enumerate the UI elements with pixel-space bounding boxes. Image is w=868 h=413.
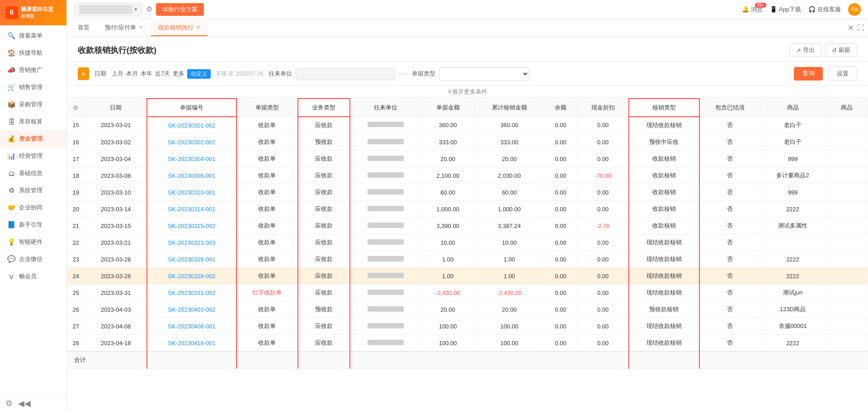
sidebar-label-guide: 新手引导 (19, 221, 42, 229)
online-service-btn[interactable]: 🎧 在线客服 (808, 5, 841, 14)
megaphone-icon: 📣 (7, 66, 15, 74)
more-filters-btn[interactable]: ··· (399, 69, 408, 79)
table-row[interactable]: 28 2023-04-18 SK-20230418-001 收款单 应收款 10… (67, 335, 868, 352)
table-row[interactable]: 21 2023-03-15 SK-20230315-002 收款单 应收款 3,… (67, 218, 868, 234)
query-btn[interactable]: 查询 (794, 67, 823, 81)
table-row[interactable]: 22 2023-03-21 SK-20230321-003 收款单 应收款 10… (67, 234, 868, 251)
sn-link[interactable]: SK-20230302-002 (168, 139, 216, 146)
sidebar-item-wechat[interactable]: 💬 企业微信 (0, 251, 66, 268)
table-row[interactable]: 25 2023-03-31 SK-20230331-002 红字收款单 应收款 … (67, 285, 868, 301)
cell-sn[interactable]: SK-20230403-002 (147, 301, 236, 318)
refresh-btn[interactable]: ↺ 刷新 (825, 43, 857, 57)
user-avatar[interactable]: Rit (848, 3, 861, 16)
setting-btn[interactable]: 设置 (828, 66, 857, 81)
date-opt-this-month[interactable]: 本月 (126, 70, 138, 78)
table-row[interactable]: 18 2023-03-08 SK-20230308-001 收款单 应收款 2,… (67, 167, 868, 184)
tab-advance-payment[interactable]: 预付/应付单 ✕ (98, 20, 150, 36)
partner-input[interactable] (296, 68, 395, 80)
sidebar-item-system[interactable]: ⚙ 系统管理 (0, 182, 66, 199)
export-btn[interactable]: ↗ 导出 (789, 43, 821, 57)
sn-link[interactable]: SK-20230321-003 (168, 239, 216, 246)
sn-link[interactable]: SK-20230310-001 (168, 189, 216, 196)
date-opt-7days[interactable]: 近7天 (155, 70, 170, 78)
sidebar-item-operation[interactable]: 📊 经营管理 (0, 147, 66, 165)
cell-sn[interactable]: SK-20230408-001 (147, 318, 236, 335)
table-row[interactable]: 16 2023-03-02 SK-20230302-002 收款单 预收款 33… (67, 134, 868, 151)
th-receipt-type: 单据类型 (236, 99, 297, 117)
sn-link[interactable]: SK-20230328-001 (168, 256, 216, 263)
sn-link[interactable]: SK-20230331-002 (168, 290, 216, 296)
cell-sn[interactable]: SK-20230301-002 (147, 117, 236, 134)
date-custom-btn[interactable]: 自定义 (187, 69, 211, 79)
sidebar-item-finance[interactable]: 💰 资金管理 (0, 130, 66, 147)
sn-link[interactable]: SK-20230403-002 (168, 306, 216, 313)
cell-sn[interactable]: SK-20230308-001 (147, 167, 236, 184)
expand-more-btn[interactable]: ∨ 展开更多条件 (67, 86, 868, 98)
sidebar-item-sales[interactable]: 🛒 销售管理 (0, 79, 66, 96)
column-settings-icon[interactable]: ⚙ (73, 104, 79, 111)
sn-link[interactable]: SK-20230408-001 (168, 323, 216, 330)
sidebar-item-inventory[interactable]: 🗄 库存核算 (0, 113, 66, 130)
cell-settled: 否 (699, 117, 760, 134)
sn-link[interactable]: SK-20230315-002 (168, 223, 216, 229)
table-row[interactable]: 23 2023-03-28 SK-20230328-001 收款单 应收款 1.… (67, 251, 868, 268)
sn-link[interactable]: SK-20230328-002 (168, 273, 216, 280)
date-opt-this-year[interactable]: 本年 (141, 70, 152, 78)
app-download-btn[interactable]: 📱 App下载 (770, 5, 801, 14)
sidebar-footer: ⚙ ◀◀ (0, 394, 66, 413)
cell-date: 2023-04-08 (85, 318, 147, 335)
table-header-row: ⚙ 日期 单据编号 单据类型 业务类型 往来单位 单据金额 累计核销金额 余额 … (67, 99, 868, 117)
cell-sn[interactable]: SK-20230304-001 (147, 151, 236, 167)
table-row[interactable]: 27 2023-04-08 SK-20230408-001 收款单 应收款 10… (67, 318, 868, 335)
sn-link[interactable]: SK-20230304-001 (168, 156, 216, 162)
cell-sn[interactable]: SK-20230328-001 (147, 251, 236, 268)
tab-receipt-verify[interactable]: 收款核销执行 ✕ (151, 20, 208, 36)
th-gear[interactable]: ⚙ (67, 99, 85, 117)
sn-link[interactable]: SK-20230418-001 (168, 340, 216, 347)
industry-solution-btn[interactable]: 体验行业方案 (156, 3, 204, 16)
cell-sn[interactable]: SK-20230315-002 (147, 218, 236, 234)
sn-link[interactable]: SK-20230301-002 (168, 122, 216, 129)
sidebar-item-corp[interactable]: 🤝 企业协同 (0, 199, 66, 216)
sn-link[interactable]: SK-20230314-001 (168, 206, 216, 213)
date-opt-more[interactable]: 更多 (173, 70, 184, 78)
sn-link[interactable]: SK-20230308-001 (168, 172, 216, 179)
cell-sn[interactable]: SK-20230418-001 (147, 335, 236, 352)
table-row[interactable]: 19 2023-03-10 SK-20230310-001 收款单 应收款 60… (67, 184, 868, 201)
table-row[interactable]: 17 2023-03-04 SK-20230304-001 收款单 应收款 20… (67, 151, 868, 167)
cell-sn[interactable]: SK-20230310-001 (147, 184, 236, 201)
cell-partner (350, 184, 421, 201)
date-opt-last-month[interactable]: 上月 (112, 70, 123, 78)
cell-sn[interactable]: SK-20230302-002 (147, 134, 236, 151)
filter-toggle-btn[interactable]: » (78, 67, 89, 80)
settings-icon[interactable]: ⚙ (5, 399, 13, 408)
sidebar-item-search[interactable]: 🔍 搜索菜单 (0, 27, 66, 44)
tab-advance-close-icon[interactable]: ✕ (139, 24, 143, 30)
notification-btn[interactable]: 🔔 消息 99+ (742, 5, 763, 14)
close-tab-icon[interactable]: ✕ (848, 24, 854, 32)
tab-home[interactable]: 首页 (71, 20, 97, 36)
sidebar-item-marketing[interactable]: 📣 营销推广 (0, 62, 66, 79)
cell-sn[interactable]: SK-20230314-001 (147, 201, 236, 218)
sidebar-item-purchase[interactable]: 📦 采购管理 (0, 96, 66, 113)
sidebar-item-guide[interactable]: 📘 新手引导 (0, 216, 66, 233)
cell-sn[interactable]: SK-20230328-002 (147, 268, 236, 285)
sidebar-item-hardware[interactable]: 💡 智能硬件 (0, 233, 66, 251)
table-row[interactable]: 20 2023-03-14 SK-20230314-001 收款单 应收款 1,… (67, 201, 868, 218)
settings-gear-icon[interactable]: ⚙ (146, 5, 152, 14)
tab-receipt-close-icon[interactable]: ✕ (196, 24, 200, 30)
footer-goods2 (826, 351, 868, 369)
workspace-selector[interactable]: ▾ (74, 3, 142, 16)
collapse-icon[interactable]: ◀◀ (18, 399, 31, 408)
cell-sn[interactable]: SK-20230321-003 (147, 234, 236, 251)
fullscreen-icon[interactable]: ⛶ (857, 24, 864, 32)
sidebar-item-quick-nav[interactable]: 🏠 快捷导航 (0, 44, 66, 62)
table-row[interactable]: 15 2023-03-01 SK-20230301-002 收款单 应收款 36… (67, 117, 868, 134)
sidebar-item-member[interactable]: V 畅会员 (0, 268, 66, 285)
receipt-type-select[interactable] (439, 67, 529, 81)
table-row[interactable]: 24 2023-03-28 SK-20230328-002 收款单 应收款 1.… (67, 268, 868, 285)
cell-goods2 (826, 151, 868, 167)
cell-sn[interactable]: SK-20230331-002 (147, 285, 236, 301)
sidebar-item-basic[interactable]: 🗂 基础信息 (0, 165, 66, 182)
table-row[interactable]: 26 2023-04-03 SK-20230403-002 收款单 预收款 20… (67, 301, 868, 318)
